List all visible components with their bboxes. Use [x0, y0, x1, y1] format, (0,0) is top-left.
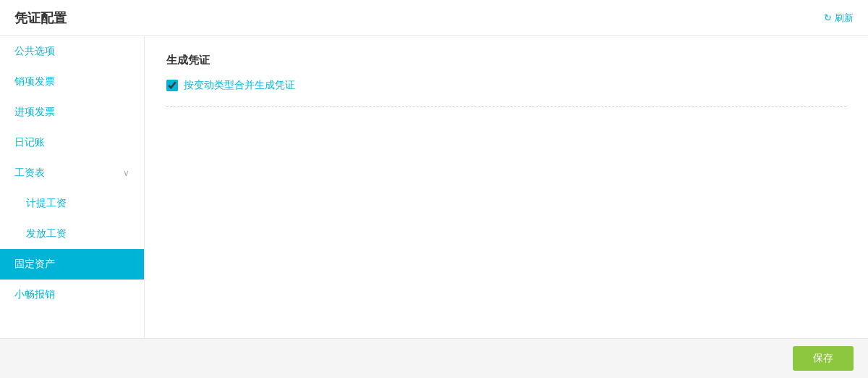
- sidebar-item-calc-salary[interactable]: 计提工资: [0, 188, 144, 219]
- section-divider: [166, 106, 846, 107]
- refresh-icon: ↻: [824, 12, 832, 23]
- sidebar-item-public-options[interactable]: 公共选项: [0, 36, 144, 67]
- main-container: 公共选项销项发票进项发票日记账工资表∨计提工资发放工资固定资产小畅报销 生成凭证…: [0, 36, 868, 338]
- sidebar-item-pay-salary[interactable]: 发放工资: [0, 219, 144, 249]
- sidebar-item-label: 小畅报销: [14, 288, 55, 301]
- sidebar-item-journal[interactable]: 日记账: [0, 127, 144, 158]
- refresh-label: 刷新: [835, 12, 854, 25]
- sidebar-item-label: 公共选项: [14, 45, 55, 58]
- sidebar-item-payroll-table[interactable]: 工资表∨: [0, 158, 144, 188]
- sidebar-item-label: 计提工资: [26, 197, 67, 210]
- merge-by-type-label[interactable]: 按变动类型合并生成凭证: [184, 79, 295, 92]
- sidebar-item-label: 工资表: [14, 167, 45, 180]
- page-title: 凭证配置: [14, 9, 67, 27]
- sidebar: 公共选项销项发票进项发票日记账工资表∨计提工资发放工资固定资产小畅报销: [0, 36, 145, 338]
- sidebar-item-fixed-assets[interactable]: 固定资产: [0, 249, 144, 280]
- sidebar-item-label: 日记账: [14, 136, 45, 149]
- page-footer: 保存: [0, 338, 868, 378]
- checkbox-row: 按变动类型合并生成凭证: [166, 79, 846, 92]
- chevron-down-icon: ∨: [123, 168, 129, 178]
- sidebar-item-expense-report[interactable]: 小畅报销: [0, 280, 144, 310]
- sidebar-item-label: 固定资产: [14, 258, 55, 271]
- save-button[interactable]: 保存: [793, 346, 854, 371]
- sidebar-item-label: 进项发票: [14, 106, 55, 119]
- content-area: 生成凭证 按变动类型合并生成凭证: [145, 36, 868, 338]
- merge-by-type-checkbox[interactable]: [166, 80, 178, 91]
- sidebar-item-sales-invoice[interactable]: 销项发票: [0, 67, 144, 97]
- sidebar-item-label: 发放工资: [26, 227, 67, 240]
- sidebar-item-purchase-invoice[interactable]: 进项发票: [0, 97, 144, 127]
- page-header: 凭证配置 ↻ 刷新: [0, 0, 868, 36]
- section-title: 生成凭证: [166, 54, 846, 67]
- refresh-button[interactable]: ↻ 刷新: [824, 12, 854, 25]
- sidebar-item-label: 销项发票: [14, 75, 55, 88]
